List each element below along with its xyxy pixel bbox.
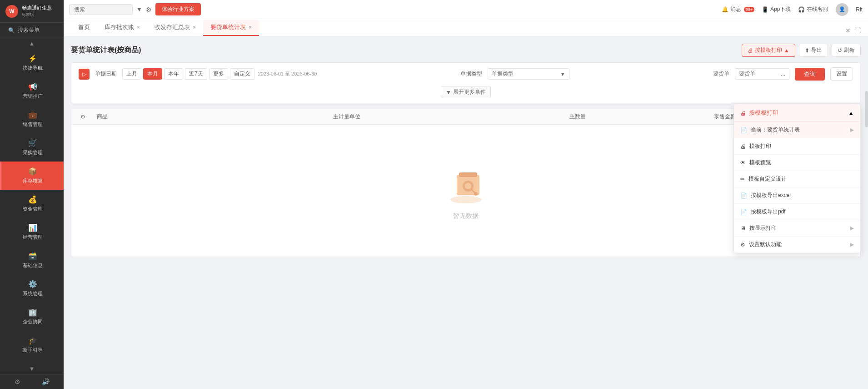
window-expand-icon[interactable]: ⛶ [854, 27, 861, 34]
dropdown-chevron-icon[interactable]: ▼ [136, 6, 142, 13]
dropdown-item-template-pdf[interactable]: 📄 按模板导出pdf [734, 204, 860, 220]
dropdown-item-display-print[interactable]: 🖥 按显示打印 ▶ [734, 220, 860, 237]
template-excel-label: 按模板导出excel [751, 192, 791, 199]
dropdown-header-right: ▲ [848, 110, 854, 116]
settings-icon[interactable]: ⚙ [15, 378, 20, 385]
type-filter-select[interactable]: 单据类型 ▼ [488, 68, 569, 80]
template-design-icon: ✏ [740, 176, 745, 182]
dropdown-item-set-default[interactable]: ⚙ 设置默认功能 ▶ [734, 237, 860, 253]
date-btn-more[interactable]: 更多 [209, 68, 228, 80]
sidebar-search[interactable]: 🔍 搜索菜单 [0, 23, 64, 38]
page-content: 要货单统计表(按商品) 🖨 按模板打印 ▲ ⬆ 导出 ↺ 刷新 [64, 36, 868, 389]
dropdown-item-template-design[interactable]: ✏ 模板自定义设计 [734, 171, 860, 187]
sidebar-item-label: 系统管理 [23, 290, 43, 297]
speaker-icon[interactable]: 🔊 [42, 378, 50, 385]
sidebar-item-shortcut[interactable]: ⚡ 快捷导航 [0, 49, 64, 77]
online-service-group[interactable]: 🎧 在线客服 [798, 5, 828, 13]
sidebar-item-operations[interactable]: 📊 经营管理 [0, 218, 64, 246]
query-button[interactable]: 查询 [795, 68, 825, 81]
dropdown-item-template-preview[interactable]: 👁 模板预览 [734, 155, 860, 171]
date-btn-last-month[interactable]: 上月 [122, 68, 141, 80]
sidebar-scroll-down[interactable]: ▼ [0, 364, 64, 374]
trial-button[interactable]: 体验行业方案 [155, 3, 201, 15]
print-template-button[interactable]: 🖨 按模板打印 ▲ [742, 44, 795, 57]
template-design-label: 模板自定义设计 [748, 175, 787, 183]
tab-order-summary-close[interactable]: × [249, 24, 252, 30]
dropdown-chevron-up-icon[interactable]: ▲ [848, 110, 854, 116]
dropdown-item-template-excel[interactable]: 📄 按模板导出excel [734, 187, 860, 204]
app-download-group[interactable]: 📱 App下载 [762, 5, 791, 13]
header-actions: 🖨 按模板打印 ▲ ⬆ 导出 ↺ 刷新 [742, 44, 861, 57]
tab-order-summary-label: 要货单统计表 [210, 23, 246, 31]
print-template-dropdown: 🖨 按模板打印 ▲ 📄 当前：要货单统计表 ▶ 🖨 模板打印 👁 模板预览 [733, 104, 861, 253]
refresh-button[interactable]: ↺ 刷新 [832, 44, 861, 57]
sidebar-item-marketing[interactable]: 📢 营销推广 [0, 77, 64, 105]
export-button[interactable]: ⬆ 导出 [799, 44, 828, 57]
sidebar-item-basic[interactable]: 🗃️ 基础信息 [0, 246, 64, 274]
phone-icon: 📱 [762, 6, 768, 13]
sidebar-item-sales[interactable]: 💼 销售管理 [0, 105, 64, 133]
avatar[interactable]: 👤 [836, 3, 848, 16]
tab-home[interactable]: 首页 [71, 20, 97, 36]
window-close-icon[interactable]: ✕ [845, 27, 851, 34]
template-pdf-label: 按模板导出pdf [751, 208, 786, 216]
current-template-label: 当前：要货单统计表 [751, 126, 800, 134]
operations-icon: 📊 [28, 223, 37, 232]
date-range-display: 2023-06-01 至 2023-06-30 [258, 71, 317, 77]
tab-inventory-batch[interactable]: 库存批次账 × [97, 20, 147, 36]
tab-receivable-summary[interactable]: 收发存汇总表 × [147, 20, 203, 36]
date-btn-7days[interactable]: 近7天 [185, 68, 207, 80]
sidebar-scroll-up[interactable]: ▲ [0, 38, 64, 49]
expand-conditions-button[interactable]: ▼ 展开更多条件 [441, 86, 491, 98]
sidebar-item-enterprise[interactable]: 🏢 企业协同 [0, 303, 64, 331]
goods-type-select[interactable]: 要货单 ... [735, 68, 789, 80]
topbar-gear-icon[interactable]: ⚙ [146, 6, 152, 13]
template-print-label: 模板打印 [749, 142, 771, 150]
display-print-left: 🖥 按显示打印 [740, 224, 777, 232]
sidebar-item-system[interactable]: ⚙️ 系统管理 [0, 274, 64, 303]
chevron-right-icon: ▶ [850, 127, 854, 133]
filter-expand-icon[interactable]: ▷ [79, 69, 90, 80]
pdf-icon: 📄 [740, 209, 747, 215]
tab-order-summary[interactable]: 要货单统计表 × [203, 20, 259, 36]
tab-home-label: 首页 [78, 23, 90, 31]
goods-type-label: 要货单 [713, 70, 729, 78]
svg-point-4 [465, 183, 471, 189]
window-controls: ✕ ⛶ [845, 27, 861, 36]
app-badge: 标准版 [22, 12, 52, 18]
display-print-icon: 🖥 [740, 225, 746, 232]
sidebar-item-app[interactable]: 📱 应用中心 [0, 359, 64, 364]
display-print-label: 按显示打印 [749, 224, 777, 232]
dropdown-title: 按模板打印 [749, 109, 778, 117]
bell-icon: 🔔 [722, 6, 728, 13]
settings-button[interactable]: 设置 [830, 67, 853, 81]
sidebar-item-inventory[interactable]: 📦 库存核算 [0, 162, 64, 190]
display-print-chevron: ▶ [850, 225, 854, 231]
sidebar-item-finance[interactable]: 💰 资金管理 [0, 190, 64, 218]
logo-icon: W [5, 5, 18, 18]
settings-col-icon[interactable]: ⚙ [80, 114, 85, 120]
th-goods: 商品 [93, 113, 329, 121]
tab-receivable-summary-close[interactable]: × [193, 24, 196, 30]
date-btn-this-year[interactable]: 本年 [164, 68, 183, 80]
date-btn-custom[interactable]: 自定义 [230, 68, 254, 80]
search-label: 搜索菜单 [18, 26, 40, 34]
topbar-search-input[interactable] [69, 4, 133, 15]
sidebar-item-label: 销售管理 [23, 121, 43, 128]
print-template-label: 按模板打印 [755, 46, 782, 54]
notice-group[interactable]: 🔔 消息 99+ [722, 5, 754, 13]
dropdown-item-current-template[interactable]: 📄 当前：要货单统计表 ▶ [734, 122, 860, 138]
notice-label: 消息 [730, 5, 741, 13]
template-print-icon: 🖨 [740, 143, 746, 150]
th-icon: ⚙ [77, 114, 93, 120]
svg-rect-2 [459, 172, 477, 177]
scrollbar-indicator[interactable] [865, 91, 868, 127]
finance-icon: 💰 [28, 195, 37, 204]
sidebar-item-newbie[interactable]: 🎓 新手引导 [0, 331, 64, 359]
dropdown-item-template-print[interactable]: 🖨 模板打印 [734, 138, 860, 155]
dropdown-header: 🖨 按模板打印 ▲ [734, 104, 860, 122]
tab-inventory-batch-close[interactable]: × [137, 24, 140, 30]
date-btn-this-month[interactable]: 本月 [143, 68, 162, 80]
print-icon: 🖨 [748, 47, 753, 54]
sidebar-item-purchase[interactable]: 🛒 采购管理 [0, 133, 64, 162]
